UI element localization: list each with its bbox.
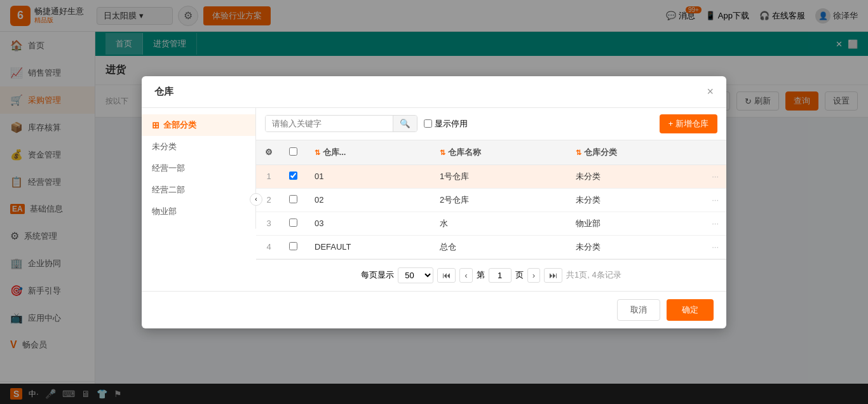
modal-title: 仓库 bbox=[154, 86, 173, 98]
row-checkbox[interactable] bbox=[289, 242, 297, 250]
row-checkbox-cell bbox=[281, 165, 307, 188]
table-row[interactable]: 4 DEFAULT 总仓 未分类 ··· bbox=[256, 235, 726, 259]
row-name: 2号仓库 bbox=[432, 188, 568, 212]
table-row[interactable]: 3 03 水 物业部 ··· bbox=[256, 212, 726, 235]
show-disabled-checkbox-wrap[interactable]: 显示停用 bbox=[424, 118, 468, 130]
page-suffix: 页 bbox=[515, 269, 524, 281]
modal-header: 仓库 × bbox=[142, 76, 726, 108]
table-row[interactable]: 2 02 2号仓库 未分类 ··· bbox=[256, 188, 726, 212]
row-checkbox-cell bbox=[281, 235, 307, 259]
row-code: 01 bbox=[307, 165, 432, 188]
col-settings: ⚙ bbox=[256, 140, 281, 165]
page-label: 第 bbox=[477, 269, 485, 281]
category-item-property[interactable]: 物业部 bbox=[142, 201, 255, 222]
row-category: 物业部 bbox=[568, 212, 704, 235]
cancel-button[interactable]: 取消 bbox=[617, 299, 660, 321]
search-button[interactable]: 🔍 bbox=[393, 116, 417, 131]
next-page-button[interactable]: › bbox=[527, 268, 540, 283]
total-info: 共1页, 4条记录 bbox=[566, 269, 621, 281]
table-body: 1 01 1号仓库 未分类 ··· 2 02 2号仓库 未分类 ··· 3 03… bbox=[256, 165, 726, 259]
prev-page-button[interactable]: ‹ bbox=[459, 268, 472, 283]
col-action bbox=[704, 140, 726, 165]
col-warehouse-code: ⇅ 仓库... bbox=[307, 140, 432, 165]
category-item-unclassified[interactable]: 未分类 bbox=[142, 136, 255, 158]
category-panel: ⊞ 全部分类 未分类 经营一部 经营二部 物业部 bbox=[142, 108, 256, 229]
pagination: 每页显示 50 100 ⏮ ‹ 第 页 › ⏭ 共1页, 4条记录 bbox=[256, 259, 726, 291]
category-panel-wrap: ⊞ 全部分类 未分类 经营一部 经营二部 物业部 bbox=[142, 108, 256, 291]
row-action-button[interactable]: ··· bbox=[704, 212, 726, 235]
last-page-button[interactable]: ⏭ bbox=[544, 268, 562, 283]
row-action-button[interactable]: ··· bbox=[704, 188, 726, 212]
row-code: 03 bbox=[307, 212, 432, 235]
row-category: 未分类 bbox=[568, 188, 704, 212]
row-action-button[interactable]: ··· bbox=[704, 165, 726, 188]
confirm-button[interactable]: 确定 bbox=[667, 299, 714, 321]
row-checkbox[interactable] bbox=[289, 195, 297, 203]
show-disabled-label: 显示停用 bbox=[435, 118, 468, 130]
page-input[interactable] bbox=[489, 268, 512, 283]
sort-icon: ⇅ bbox=[576, 149, 581, 156]
col-checkbox bbox=[281, 140, 307, 165]
row-checkbox-cell bbox=[281, 188, 307, 212]
category-all-label: 全部分类 bbox=[163, 119, 196, 131]
modal-overlay: 仓库 × ⊞ 全部分类 未分类 经营一部 bbox=[0, 0, 868, 404]
category-item-ops1[interactable]: 经营一部 bbox=[142, 158, 255, 179]
row-name: 1号仓库 bbox=[432, 165, 568, 188]
search-input[interactable] bbox=[266, 116, 393, 131]
row-category: 未分类 bbox=[568, 165, 704, 188]
modal-close-button[interactable]: × bbox=[707, 85, 714, 98]
sort-icon: ⇅ bbox=[315, 149, 320, 156]
table-panel: 🔍 显示停用 + 新增仓库 ⚙ bbox=[256, 108, 726, 291]
table-row[interactable]: 1 01 1号仓库 未分类 ··· bbox=[256, 165, 726, 188]
row-checkbox[interactable] bbox=[289, 219, 297, 227]
modal-body: ⊞ 全部分类 未分类 经营一部 经营二部 物业部 bbox=[142, 108, 726, 291]
row-name: 水 bbox=[432, 212, 568, 235]
first-page-button[interactable]: ⏮ bbox=[437, 268, 456, 283]
row-name: 总仓 bbox=[432, 235, 568, 259]
col-warehouse-name: ⇅ 仓库名称 bbox=[432, 140, 568, 165]
warehouse-table: ⚙ ⇅ 仓库... ⇅ bbox=[256, 140, 726, 259]
row-action-button[interactable]: ··· bbox=[704, 235, 726, 259]
modal-footer: 取消 确定 bbox=[142, 291, 726, 328]
row-code: DEFAULT bbox=[307, 235, 432, 259]
settings-icon: ⚙ bbox=[265, 147, 273, 157]
grid-icon: ⊞ bbox=[152, 120, 159, 130]
table-header-row: ⚙ ⇅ 仓库... ⇅ bbox=[256, 140, 726, 165]
table-toolbar: 🔍 显示停用 + 新增仓库 bbox=[256, 108, 726, 140]
row-category: 未分类 bbox=[568, 235, 704, 259]
sort-icon: ⇅ bbox=[440, 149, 445, 156]
show-disabled-checkbox[interactable] bbox=[424, 119, 432, 128]
select-all-checkbox[interactable] bbox=[289, 147, 297, 156]
row-number: 4 bbox=[256, 235, 281, 259]
new-warehouse-button[interactable]: + 新增仓库 bbox=[660, 114, 717, 133]
category-item-ops2[interactable]: 经营二部 bbox=[142, 179, 255, 201]
row-number: 3 bbox=[256, 212, 281, 235]
per-page-select[interactable]: 50 100 bbox=[398, 267, 433, 283]
search-input-wrap: 🔍 bbox=[265, 115, 417, 132]
row-checkbox[interactable] bbox=[289, 172, 297, 180]
row-number: 1 bbox=[256, 165, 281, 188]
data-table: ⚙ ⇅ 仓库... ⇅ bbox=[256, 140, 726, 259]
per-page-label: 每页显示 bbox=[361, 269, 394, 281]
category-all[interactable]: ⊞ 全部分类 bbox=[142, 114, 255, 136]
collapse-panel-button[interactable]: ‹ bbox=[250, 193, 262, 206]
warehouse-modal: 仓库 × ⊞ 全部分类 未分类 经营一部 bbox=[142, 76, 726, 328]
col-warehouse-category: ⇅ 仓库分类 bbox=[568, 140, 704, 165]
row-code: 02 bbox=[307, 188, 432, 212]
row-checkbox-cell bbox=[281, 212, 307, 235]
